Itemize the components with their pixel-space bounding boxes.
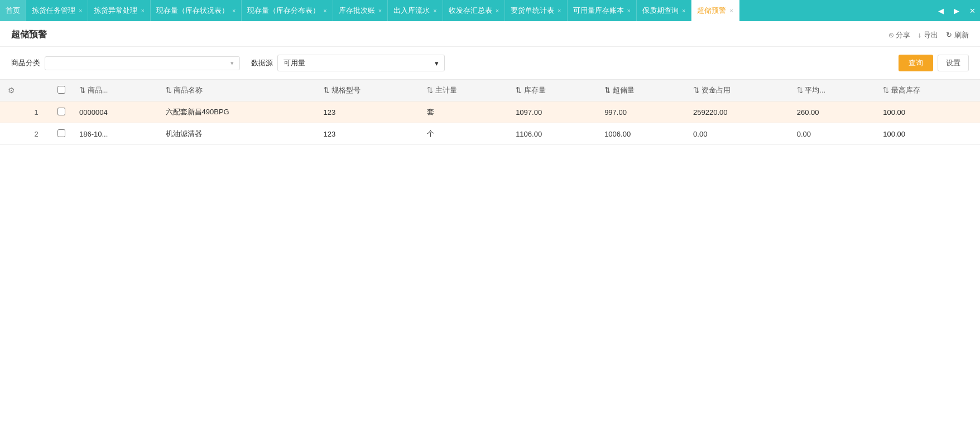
nav-item-label: 拣货任务管理: [32, 6, 75, 16]
query-button[interactable]: 查询: [899, 55, 933, 71]
nav-item-batch-account[interactable]: 库存批次账 ×: [333, 0, 388, 21]
th-max-inventory: ⇅ 最高库存: [876, 80, 980, 101]
nav-item-close-icon[interactable]: ×: [729, 7, 733, 14]
row-checkbox-cell: [50, 123, 73, 145]
page-container: 超储预警 ⎋ 分享 ↓ 导出 ↻ 刷新 商品分类 ▾ 数据源: [0, 21, 980, 446]
share-button[interactable]: ⎋ 分享: [889, 30, 910, 40]
refresh-icon: ↻: [946, 31, 952, 39]
nav-item-task-mgmt[interactable]: 拣货任务管理 ×: [26, 0, 88, 21]
row-inventory: 1106.00: [509, 123, 598, 145]
table-header-row: ⚙ ⇅ 商品... ⇅ 商品名称 ⇅ 规格型号: [0, 80, 980, 101]
nav-item-demand-stats[interactable]: 要货单统计表 ×: [505, 0, 567, 21]
nav-item-label: 保质期查询: [642, 6, 679, 16]
nav-item-home[interactable]: 首页: [0, 0, 26, 21]
header-actions: ⎋ 分享 ↓ 导出 ↻ 刷新: [889, 30, 969, 40]
nav-item-inventory-status[interactable]: 现存量（库存状况表） ×: [151, 0, 242, 21]
nav-item-collect-summary[interactable]: 收发存汇总表 ×: [443, 0, 505, 21]
nav-item-close-icon[interactable]: ×: [682, 7, 685, 14]
th-checkbox: [50, 80, 73, 101]
nav-item-close-icon[interactable]: ×: [378, 7, 382, 14]
refresh-button[interactable]: ↻ 刷新: [946, 30, 969, 40]
nav-arrow-close[interactable]: ✕: [964, 0, 980, 21]
table-settings-gear-icon[interactable]: ⚙: [8, 86, 15, 95]
nav-item-close-icon[interactable]: ×: [79, 7, 82, 14]
nav-item-close-icon[interactable]: ×: [558, 7, 561, 14]
th-spec: ⇅ 规格型号: [317, 80, 421, 101]
nav-item-close-icon[interactable]: ×: [141, 7, 144, 14]
filter-bar: 商品分类 ▾ 数据源 可用量 ▾ 查询 设置: [0, 47, 980, 79]
nav-item-label: 出入库流水: [393, 6, 430, 16]
nav-item-inventory-dist[interactable]: 现存量（库存分布表） ×: [242, 0, 333, 21]
export-icon: ↓: [918, 31, 922, 39]
row-capital: 0.00: [686, 123, 790, 145]
nav-item-label: 库存批次账: [339, 6, 375, 16]
nav-arrows: ◀ ▶ ✕: [933, 0, 980, 21]
nav-item-close-icon[interactable]: ×: [323, 7, 326, 14]
row-inventory: 1097.00: [509, 101, 598, 123]
th-overstock: ⇅ 超储量: [598, 80, 686, 101]
row-spec: 123: [317, 101, 421, 123]
nav-arrow-right[interactable]: ▶: [949, 0, 964, 21]
row-index: 1: [22, 101, 50, 123]
row-settings-cell: [0, 123, 22, 145]
row-product-code: 0000004: [73, 101, 159, 123]
row-spec: 123: [317, 123, 421, 145]
row-checkbox[interactable]: [57, 129, 65, 137]
row-product-name: 机油滤清器: [159, 123, 317, 145]
nav-item-label: 可用量库存账本: [573, 6, 624, 16]
nav-item-close-icon[interactable]: ×: [496, 7, 499, 14]
datasource-filter: 数据源 可用量 ▾: [251, 55, 445, 71]
table-body: 10000004六配套新昌490BPG123套1097.00997.002592…: [0, 101, 980, 145]
th-product-code: ⇅ 商品...: [73, 80, 159, 101]
row-product-name: 六配套新昌490BPG: [159, 101, 317, 123]
th-inventory: ⇅ 库存量: [509, 80, 598, 101]
table-row: 2186-10...机油滤清器123个1106.001006.000.000.0…: [0, 123, 980, 145]
th-avg: ⇅ 平均...: [790, 80, 877, 101]
nav-item-overstock-warning[interactable]: 超储预警 ×: [691, 0, 739, 21]
page-header: 超储预警 ⎋ 分享 ↓ 导出 ↻ 刷新: [0, 21, 980, 47]
row-max-inventory: 100.00: [876, 123, 980, 145]
nav-item-label: 拣货异常处理: [94, 6, 137, 16]
top-navigation: 首页拣货任务管理 ×拣货异常处理 ×现存量（库存状况表） ×现存量（库存分布表）…: [0, 0, 980, 21]
category-chevron-icon: ▾: [230, 60, 234, 67]
nav-item-available-account[interactable]: 可用量库存账本 ×: [568, 0, 637, 21]
row-capital: 259220.00: [686, 101, 790, 123]
row-index: 2: [22, 123, 50, 145]
th-unit: ⇅ 主计量: [420, 80, 509, 101]
nav-item-close-icon[interactable]: ×: [232, 7, 236, 14]
datasource-chevron-icon: ▾: [435, 59, 439, 67]
nav-item-label: 超储预警: [697, 6, 726, 16]
datasource-select[interactable]: 可用量 ▾: [277, 55, 445, 71]
nav-item-expiry-check[interactable]: 保质期查询 ×: [637, 0, 691, 21]
page-title: 超储预警: [11, 29, 47, 41]
nav-item-label: 首页: [6, 6, 20, 16]
settings-button[interactable]: 设置: [938, 55, 969, 71]
row-max-inventory: 100.00: [876, 101, 980, 123]
export-button[interactable]: ↓ 导出: [918, 30, 939, 40]
nav-item-close-icon[interactable]: ×: [627, 7, 631, 14]
nav-item-label: 要货单统计表: [511, 6, 554, 16]
row-avg: 260.00: [790, 101, 877, 123]
category-filter: 商品分类 ▾: [11, 56, 240, 70]
row-overstock: 997.00: [598, 101, 686, 123]
nav-item-label: 收发存汇总表: [449, 6, 492, 16]
nav-item-abnormal-process[interactable]: 拣货异常处理 ×: [88, 0, 150, 21]
row-checkbox[interactable]: [57, 108, 65, 115]
th-index: [22, 80, 50, 101]
th-settings: ⚙: [0, 80, 22, 101]
filter-actions: 查询 设置: [899, 55, 969, 71]
nav-item-label: 现存量（库存分布表）: [247, 6, 320, 16]
row-settings-cell: [0, 101, 22, 123]
nav-item-inout-flow[interactable]: 出入库流水 ×: [388, 0, 443, 21]
th-product-name: ⇅ 商品名称: [159, 80, 317, 101]
table-container: ⚙ ⇅ 商品... ⇅ 商品名称 ⇅ 规格型号: [0, 79, 980, 145]
datasource-value: 可用量: [284, 58, 305, 68]
share-icon: ⎋: [889, 31, 893, 39]
nav-arrow-left[interactable]: ◀: [933, 0, 949, 21]
category-select[interactable]: ▾: [45, 56, 240, 70]
select-all-checkbox[interactable]: [57, 86, 65, 94]
nav-item-close-icon[interactable]: ×: [433, 7, 436, 14]
th-capital: ⇅ 资金占用: [686, 80, 790, 101]
row-avg: 0.00: [790, 123, 877, 145]
row-product-code: 186-10...: [73, 123, 159, 145]
